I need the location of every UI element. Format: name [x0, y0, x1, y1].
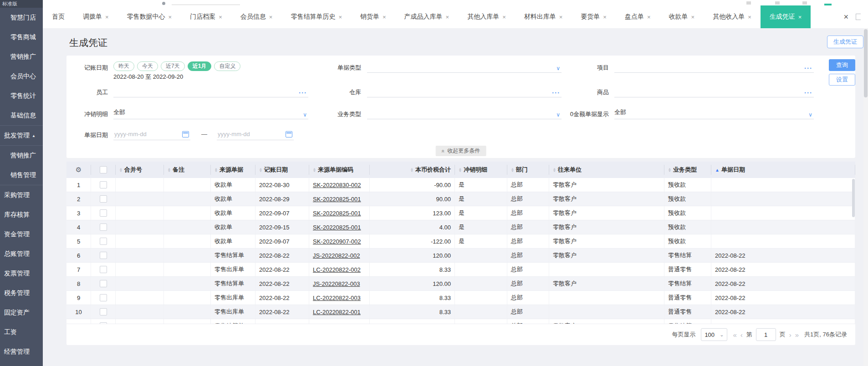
- sidebar-item[interactable]: 固定资产: [0, 303, 43, 322]
- date-preset-pill[interactable]: 今天: [137, 61, 158, 71]
- next-page-button[interactable]: ›: [789, 331, 791, 338]
- first-page-button[interactable]: «: [733, 331, 736, 338]
- sort-icons[interactable]: ▲▼: [313, 168, 316, 172]
- tab[interactable]: 零售数据中心×: [118, 5, 181, 28]
- table-row[interactable]: 1收款单2022-08-30SK-20220830-002-90.00是总部零散…: [66, 178, 855, 192]
- sidebar-item[interactable]: 会员中心: [0, 66, 43, 86]
- row-checkbox[interactable]: [100, 280, 107, 287]
- source-doc-link[interactable]: LC-20220822-001: [313, 309, 361, 315]
- tab-close-icon[interactable]: ×: [219, 14, 222, 20]
- table-row[interactable]: 2收款单2022-08-29SK-20220825-00190.00是总部零散客…: [66, 192, 855, 206]
- tab-close-icon[interactable]: ×: [269, 14, 273, 20]
- row-checkbox[interactable]: [100, 308, 107, 315]
- cropped-tab-list-icon[interactable]: [856, 14, 861, 20]
- calendar-icon[interactable]: [182, 131, 189, 137]
- sidebar-item[interactable]: 销售管理: [0, 165, 43, 185]
- sidebar-item[interactable]: 工资: [0, 322, 43, 342]
- table-row[interactable]: 9零售出库单2022-08-22LC-20220822-0038.33总部普通零…: [66, 291, 855, 305]
- settings-button[interactable]: 设置: [829, 74, 855, 86]
- tab[interactable]: 销货单×: [351, 5, 395, 28]
- tab[interactable]: 要货单×: [572, 5, 616, 28]
- row-checkbox[interactable]: [100, 224, 107, 231]
- column-header[interactable]: ▲▼备注: [164, 165, 211, 175]
- close-all-tabs-icon[interactable]: ×: [843, 13, 848, 21]
- table-row[interactable]: 7零售出库单2022-08-22LC-20220822-0028.33总部普通零…: [66, 263, 855, 277]
- source-doc-link[interactable]: SK-20220825-001: [313, 196, 361, 203]
- source-doc-link[interactable]: JS-20220822-002: [313, 252, 360, 259]
- row-checkbox[interactable]: [100, 322, 107, 324]
- column-header[interactable]: ▲▼往来单位: [549, 165, 664, 175]
- row-checkbox[interactable]: [100, 266, 107, 273]
- column-settings-button[interactable]: ⚙: [66, 165, 91, 175]
- project-field[interactable]: ···: [614, 62, 814, 73]
- last-page-button[interactable]: »: [795, 331, 799, 338]
- sidebar-item[interactable]: 批发管理▲: [0, 126, 43, 145]
- tab[interactable]: 零售结算单历史×: [281, 5, 351, 28]
- sidebar-item[interactable]: 采购管理: [0, 185, 43, 205]
- sidebar-item[interactable]: 零售统计: [0, 86, 43, 106]
- source-doc-link[interactable]: JS-20220822-003: [313, 280, 360, 287]
- sidebar-item[interactable]: 智慧门店: [0, 8, 43, 27]
- tab[interactable]: 收款单×: [660, 5, 704, 28]
- sidebar-item[interactable]: 税务管理: [0, 283, 43, 303]
- sidebar-item[interactable]: 零售商城: [0, 27, 43, 47]
- table-row[interactable]: 5收款单2022-09-07SK-20220907-002-122.00是总部零…: [66, 234, 855, 249]
- row-checkbox[interactable]: [100, 294, 107, 301]
- prev-page-button[interactable]: ‹: [740, 331, 743, 338]
- table-scrollbar-thumb[interactable]: [852, 179, 855, 217]
- warehouse-field[interactable]: ···: [367, 86, 562, 97]
- writeoff-detail-select[interactable]: 全部 ∨: [113, 108, 308, 119]
- sort-icons[interactable]: ▲▼: [214, 168, 218, 172]
- source-doc-link[interactable]: LC-20220822-002: [313, 266, 361, 273]
- row-checkbox[interactable]: [100, 195, 107, 203]
- row-checkbox[interactable]: [100, 238, 107, 245]
- tab-close-icon[interactable]: ×: [559, 14, 563, 20]
- sidebar-item[interactable]: 营销推广: [0, 146, 43, 165]
- table-row[interactable]: 8零售结算单2022-08-22JS-20220822-003120.00总部零…: [66, 277, 855, 291]
- column-header[interactable]: ▲单据日期: [711, 165, 855, 175]
- employee-field[interactable]: ···: [113, 86, 308, 97]
- source-doc-link[interactable]: SK-20220825-001: [313, 210, 361, 217]
- tab[interactable]: 生成凭证×: [761, 5, 811, 28]
- row-checkbox[interactable]: [100, 181, 107, 188]
- sort-icons[interactable]: ▲▼: [168, 168, 171, 172]
- column-header[interactable]: ▲▼合并号: [116, 165, 164, 175]
- tab[interactable]: 产成品入库单×: [395, 5, 459, 28]
- sidebar-item[interactable]: 发票管理: [0, 264, 43, 283]
- tab-close-icon[interactable]: ×: [338, 14, 342, 20]
- sidebar-item[interactable]: 总账管理: [0, 244, 43, 264]
- source-doc-link[interactable]: JS-20220822-001: [313, 323, 360, 324]
- chevron-down-icon[interactable]: ∨: [808, 112, 812, 117]
- sidebar-item[interactable]: 资金管理: [0, 224, 43, 244]
- sidebar-item[interactable]: 经营管理: [0, 342, 43, 361]
- chevron-down-icon[interactable]: ∨: [303, 112, 307, 117]
- source-doc-link[interactable]: SK-20220907-002: [313, 238, 361, 245]
- tab-close-icon[interactable]: ×: [168, 14, 172, 20]
- sort-icons[interactable]: ▲▼: [410, 168, 414, 172]
- collapse-more-conditions[interactable]: « 收起更多条件: [436, 146, 486, 156]
- source-doc-link[interactable]: SK-20220825-001: [313, 224, 361, 231]
- sort-icons[interactable]: ▲▼: [511, 168, 514, 172]
- table-row[interactable]: 6零售结算单2022-08-22JS-20220822-002120.00总部零…: [66, 249, 855, 263]
- page-scrollbar-thumb[interactable]: [864, 29, 868, 97]
- tab-close-icon[interactable]: ×: [691, 14, 695, 20]
- sidebar-item[interactable]: 基础信息: [0, 106, 43, 125]
- tab[interactable]: 其他入库单×: [458, 5, 515, 28]
- row-checkbox[interactable]: [100, 209, 107, 217]
- table-row[interactable]: 3收款单2022-09-07SK-20220825-001123.00是总部零散…: [66, 206, 855, 220]
- tab-close-icon[interactable]: ×: [383, 14, 386, 20]
- column-header[interactable]: ▲▼记账日期: [255, 165, 309, 175]
- tab[interactable]: 门店档案×: [181, 5, 231, 28]
- date-preset-pill[interactable]: 近1月: [188, 61, 212, 71]
- tab-close-icon[interactable]: ×: [105, 14, 109, 20]
- generate-voucher-button[interactable]: 生成凭证: [827, 36, 863, 48]
- calendar-icon[interactable]: [286, 131, 292, 137]
- tab[interactable]: 首页: [43, 5, 74, 28]
- date-preset-pill[interactable]: 自定义: [214, 61, 240, 71]
- doc-date-end-input[interactable]: [217, 128, 294, 140]
- sidebar-item[interactable]: 库存核算: [0, 205, 43, 224]
- table-row[interactable]: 10零售出库单2022-08-22LC-20220822-0018.33总部普通…: [66, 305, 855, 319]
- tab-close-icon[interactable]: ×: [502, 14, 506, 20]
- tab[interactable]: 盘点单×: [616, 5, 660, 28]
- tab-close-icon[interactable]: ×: [446, 14, 449, 20]
